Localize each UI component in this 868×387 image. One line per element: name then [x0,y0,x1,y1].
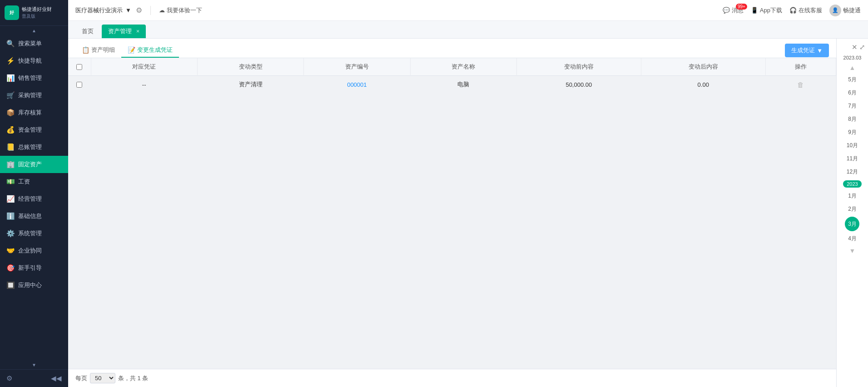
sidebar-item-search[interactable]: 🔍搜索菜单 [0,35,68,52]
sidebar-icon-quicknav: ⚡ [6,57,15,65]
sidebar-item-base-info[interactable]: ℹ️基础信息 [0,208,68,225]
feedback-button[interactable]: ☁ 我要体验一下 [159,6,202,15]
month-2023-1月[interactable]: 1月 [843,189,861,203]
sidebar-icon-payroll: 💵 [6,178,15,186]
sidebar-icon-finance: 💰 [6,126,15,134]
month-2022-11月[interactable]: 11月 [843,152,861,165]
sidebar-label-app-center: 应用中心 [18,281,42,289]
panel-resize-button[interactable]: ⤢ [859,43,865,51]
col-after-change: 变动后内容 [641,58,765,76]
sidebar-scroll-down[interactable]: ▼ [0,360,68,369]
month-2022-8月[interactable]: 8月 [843,113,861,126]
sidebar-label-finance: 资金管理 [18,126,42,134]
generate-dropdown-icon: ▼ [817,47,823,54]
sidebar-label-guide: 新手引导 [18,264,42,272]
sidebar-icon-inventory: 📦 [6,109,15,117]
sidebar-item-purchase[interactable]: 🛒采购管理 [0,87,68,104]
sidebar-item-enterprise[interactable]: 🤝企业协同 [0,242,68,259]
sidebar-icon-search: 🔍 [6,40,15,48]
company-selector[interactable]: 医疗器械行业演示 ▼ [75,6,131,15]
sidebar: 好 畅捷通好业财 普及版 ▲ 🔍搜索菜单⚡快捷导航📊销售管理🛒采购管理📦库存核算… [0,0,68,387]
topbar: 医疗器械行业演示 ▼ ⚙ ☁ 我要体验一下 💬 消息 99+ 📱 App下载 🎧… [68,0,868,21]
sidebar-item-ledger[interactable]: 📒总账管理 [0,139,68,156]
sidebar-label-ledger: 总账管理 [18,143,42,151]
logo-icon: 好 [5,5,19,20]
sidebar-item-app-center[interactable]: 🔲应用中心 [0,277,68,294]
row-after-change-0: 0.00 [641,76,765,94]
tab-home[interactable]: 首页 [75,25,100,38]
sidebar-label-inventory: 库存核算 [18,109,42,117]
table-row: -- 资产清理 000001 电脑 50,000.00 0.00 🗑 [68,76,836,94]
topbar-settings-icon[interactable]: ⚙ [136,6,142,15]
col-asset-code: 资产编号 [304,58,410,76]
user-menu[interactable]: 👤 畅捷通 [829,5,861,16]
sidebar-item-payroll[interactable]: 💵工资 [0,173,68,190]
per-page-label: 每页 [75,374,87,382]
collapse-icon[interactable]: ◀◀ [51,374,62,382]
sidebar-item-system[interactable]: ⚙️系统管理 [0,225,68,242]
app-download-button[interactable]: 📱 App下载 [751,6,782,15]
per-page-select[interactable]: 50 10 20 100 [90,373,115,383]
month-2023-4月[interactable]: 4月 [843,232,861,245]
sidebar-item-operations[interactable]: 📈经营管理 [0,190,68,208]
panel-controls: ✕ ⤢ [837,41,868,53]
panel-close-button[interactable]: ✕ [852,43,858,51]
sidebar-item-quicknav[interactable]: ⚡快捷导航 [0,52,68,69]
total-label: 条，共 1 条 [118,374,148,382]
tab-home-label: 首页 [82,28,94,35]
app-download-icon: 📱 [751,7,758,14]
col-before-change: 变动前内容 [516,58,641,76]
row-delete-icon-0[interactable]: 🗑 [797,81,804,89]
username: 畅捷通 [843,6,861,15]
month-2022-5月[interactable]: 5月 [843,73,861,86]
table-header-row: 对应凭证 变动类型 资产编号 资产名称 变动前内容 变动后内容 操作 [68,58,836,76]
row-checkbox-input-0[interactable] [76,82,82,88]
sidebar-scroll-up[interactable]: ▲ [0,26,68,35]
sidebar-label-payroll: 工资 [18,178,30,186]
generate-voucher-button[interactable]: 生成凭证 ▼ [785,44,829,57]
sub-tab-change-voucher[interactable]: 📝 变更生成凭证 [121,43,179,58]
sidebar-icon-app-center: 🔲 [6,281,15,289]
sidebar-item-inventory[interactable]: 📦库存核算 [0,104,68,121]
col-voucher: 对应凭证 [91,58,197,76]
row-change-type-0: 资产清理 [197,76,303,94]
right-panel: ✕ ⤢ 2023.03 ▲ 5月6月7月8月9月10月11月12月20231月2… [836,39,868,387]
messages-icon: 💬 [723,7,730,14]
month-2022-10月[interactable]: 10月 [843,139,861,152]
month-2023-3月[interactable]: 3月 [845,217,859,231]
col-operation: 操作 [765,58,836,76]
change-voucher-label: 变更生成凭证 [137,46,173,54]
sub-tab-asset-list[interactable]: 📋 资产明细 [75,43,121,58]
sidebar-label-system: 系统管理 [18,229,42,238]
sidebar-item-finance[interactable]: 💰资金管理 [0,121,68,139]
row-voucher-0: -- [91,76,197,94]
col-checkbox [68,58,91,76]
month-2022-9月[interactable]: 9月 [843,126,861,139]
select-all-checkbox[interactable] [76,64,82,70]
month-2022-7月[interactable]: 7月 [843,99,861,113]
app-download-label: App下载 [760,6,782,15]
customer-service-icon: 🎧 [789,7,797,14]
logo-sub: 普及版 [22,13,52,20]
panel-scroll-down[interactable]: ▼ [848,245,858,256]
sidebar-item-sales[interactable]: 📊销售管理 [0,69,68,87]
sidebar-label-operations: 经营管理 [18,195,42,203]
month-2023-2月[interactable]: 2月 [843,203,861,216]
tab-asset-management[interactable]: 资产管理 × [102,25,146,38]
sidebar-item-guide[interactable]: 🎯新手引导 [0,259,68,277]
row-before-change-0: 50,000.00 [516,76,641,94]
sidebar-item-fixed-assets[interactable]: 🏢固定资产 [0,156,68,173]
messages-button[interactable]: 💬 消息 99+ [723,6,744,15]
company-name: 医疗器械行业演示 [75,6,123,15]
panel-scroll-up[interactable]: ▲ [848,62,858,73]
settings-icon[interactable]: ⚙ [6,374,12,382]
month-2022-6月[interactable]: 6月 [843,86,861,99]
feedback-icon: ☁ [159,7,165,14]
customer-service-label: 在线客服 [799,6,822,15]
customer-service-button[interactable]: 🎧 在线客服 [789,6,822,15]
sidebar-icon-operations: 📈 [6,195,15,203]
sidebar-label-sales: 销售管理 [18,74,42,82]
month-2022-12月[interactable]: 12月 [843,165,861,179]
tab-close-icon[interactable]: × [136,28,140,35]
sidebar-icon-purchase: 🛒 [6,91,15,99]
